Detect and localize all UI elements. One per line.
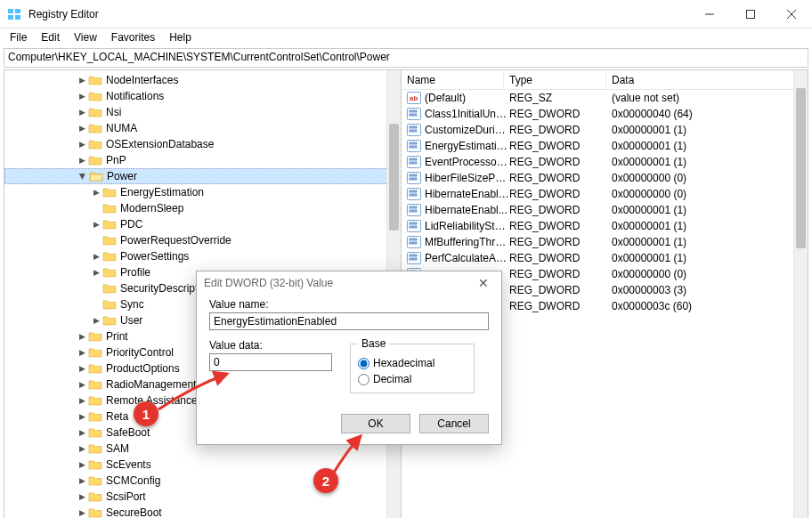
tree-node-label: SAM [106,442,129,455]
dialog-close-button[interactable]: ✕ [473,276,494,290]
tree-node-numa[interactable]: ▶NUMA [4,120,401,136]
tree-node-nodeinterfaces[interactable]: ▶NodeInterfaces [4,72,401,88]
folder-icon [88,106,102,118]
tree-node-osextensiondatabase[interactable]: ▶OSExtensionDatabase [4,136,401,152]
chevron-right-icon[interactable]: ▶ [76,332,88,341]
chevron-right-icon[interactable]: ▶ [76,156,88,165]
chevron-right-icon[interactable]: ▶ [90,268,102,277]
dword-value-icon [407,235,421,249]
chevron-right-icon[interactable]: ▶ [90,252,102,261]
value-name-field[interactable] [209,312,489,330]
chevron-right-icon[interactable]: ▶ [76,92,88,101]
tree-node-modernsleep[interactable]: ModernSleep [4,200,401,216]
dword-value-icon [407,123,421,137]
chevron-right-icon[interactable]: ▶ [76,140,88,149]
chevron-right-icon[interactable]: ▶ [76,428,88,437]
chevron-right-icon[interactable]: ▶ [76,76,88,85]
radio-dec[interactable] [358,374,369,385]
chevron-right-icon[interactable]: ▶ [90,188,102,197]
folder-icon [88,426,102,439]
svg-rect-5 [747,10,755,18]
address-bar[interactable]: Computer\HKEY_LOCAL_MACHINE\SYSTEM\Curre… [4,48,808,68]
chevron-down-icon[interactable]: ▶ [78,170,87,182]
tree-node-power[interactable]: ▶Power [4,168,401,184]
col-type[interactable]: Type [504,72,606,88]
list-scrollbar[interactable] [793,70,808,518]
folder-open-icon [89,170,103,182]
chevron-right-icon[interactable]: ▶ [76,348,88,357]
tree-node-pdc[interactable]: ▶PDC [4,216,401,232]
tree-node-label: ModernSleep [120,202,183,214]
tree-node-powersettings[interactable]: ▶PowerSettings [4,248,401,264]
dword-value-icon [407,251,421,265]
chevron-right-icon[interactable]: ▶ [76,460,88,469]
chevron-right-icon[interactable]: ▶ [76,396,88,405]
value-data-field[interactable] [209,353,332,371]
close-button[interactable] [771,0,812,28]
value-data: (value not set) [612,92,808,104]
tree-node-secureboot[interactable]: ▶SecureBoot [4,505,401,518]
value-type: REG_DWORD [509,220,612,232]
list-row[interactable]: MfBufferingThre...REG_DWORD0x00000001 (1… [402,234,808,250]
tree-node-notifications[interactable]: ▶Notifications [4,88,401,104]
tree-node-powerrequestoverride[interactable]: PowerRequestOverride [4,232,401,248]
chevron-right-icon[interactable]: ▶ [76,364,88,373]
chevron-right-icon[interactable]: ▶ [90,316,102,325]
list-row[interactable]: Class1InitialUnp...REG_DWORD0x00000040 (… [402,106,808,122]
tree-node-label: User [120,314,142,327]
menu-favorites[interactable]: Favorites [105,30,161,45]
dialog-title: Edit DWORD (32-bit) Value [204,277,333,289]
list-row[interactable]: HiberFileSizePer...REG_DWORD0x00000000 (… [402,170,808,186]
chevron-right-icon[interactable]: ▶ [76,124,88,133]
folder-icon [102,186,117,198]
tree-node-scsiport[interactable]: ▶ScsiPort [4,489,401,505]
menu-view[interactable]: View [68,30,103,45]
folder-icon [88,122,102,134]
value-type: REG_DWORD [509,140,612,152]
tree-node-scmconfig[interactable]: ▶SCMConfig [4,473,401,489]
list-row[interactable]: HibernateEnabl...REG_DWORD0x00000001 (1) [402,202,808,218]
chevron-right-icon[interactable]: ▶ [76,492,88,501]
chevron-right-icon[interactable]: ▶ [76,508,88,517]
list-row[interactable]: CustomizeDurin...REG_DWORD0x00000001 (1) [402,122,808,138]
value-type: REG_DWORD [509,204,612,216]
list-row[interactable]: PerfCalculateAc...REG_DWORD0x00000001 (1… [402,250,808,266]
minimize-button[interactable] [689,0,730,28]
list-row[interactable]: EnergyEstimatio...REG_DWORD0x00000001 (1… [402,138,808,154]
list-row[interactable]: (Default)REG_SZ(value not set) [402,90,808,106]
chevron-right-icon[interactable]: ▶ [76,380,88,389]
radio-hex[interactable] [358,358,369,369]
chevron-right-icon[interactable]: ▶ [76,108,88,117]
tree-node-label: EnergyEstimation [120,186,204,198]
ok-button[interactable]: OK [341,414,410,433]
svg-rect-1 [15,9,20,13]
folder-icon [102,314,117,327]
dword-value-icon [407,139,421,153]
tree-node-scevents[interactable]: ▶ScEvents [4,457,401,473]
dialog-titlebar[interactable]: Edit DWORD (32-bit) Value ✕ [197,271,501,295]
folder-icon [102,218,117,231]
tree-node-pnp[interactable]: ▶PnP [4,152,401,168]
chevron-right-icon[interactable]: ▶ [76,444,88,453]
maximize-button[interactable] [730,0,771,28]
dword-value-icon [407,187,421,201]
tree-node-label: Sync [120,298,144,311]
menu-edit[interactable]: Edit [35,30,66,45]
menu-file[interactable]: File [4,30,33,45]
dword-value-icon [407,107,421,121]
list-row[interactable]: EventProcessorE...REG_DWORD0x00000001 (1… [402,154,808,170]
chevron-right-icon[interactable]: ▶ [90,220,102,229]
menu-help[interactable]: Help [163,30,198,45]
tree-node-energyestimation[interactable]: ▶EnergyEstimation [4,184,401,200]
base-legend: Base [358,337,389,350]
value-data: 0x00000001 (1) [612,140,808,152]
tree-node-nsi[interactable]: ▶Nsi [4,104,401,120]
cancel-button[interactable]: Cancel [419,414,489,433]
callout-2: 2 [313,468,338,493]
chevron-right-icon[interactable]: ▶ [76,412,88,421]
chevron-right-icon[interactable]: ▶ [76,476,88,485]
list-row[interactable]: HibernateEnabledREG_DWORD0x00000000 (0) [402,186,808,202]
col-data[interactable]: Data [606,72,808,88]
list-row[interactable]: LidReliabilityStateREG_DWORD0x00000001 (… [402,218,808,234]
col-name[interactable]: Name [402,72,504,88]
